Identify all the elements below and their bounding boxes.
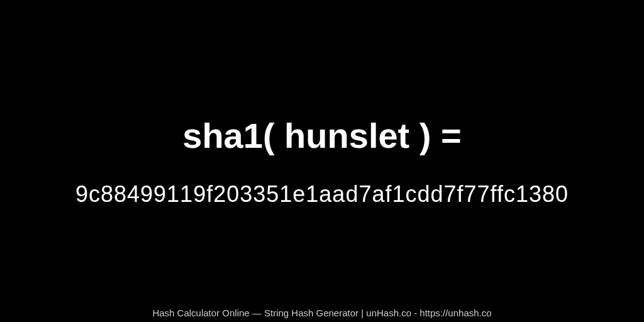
page-container: sha1( hunslet ) = 9c88499119f203351e1aad… — [0, 0, 644, 322]
hash-result: 9c88499119f203351e1aad7af1cdd7f77ffc1380 — [75, 181, 569, 208]
main-content: sha1( hunslet ) = 9c88499119f203351e1aad… — [75, 0, 569, 322]
hash-expression: sha1( hunslet ) = — [182, 115, 461, 156]
footer-text: Hash Calculator Online — String Hash Gen… — [0, 308, 644, 318]
